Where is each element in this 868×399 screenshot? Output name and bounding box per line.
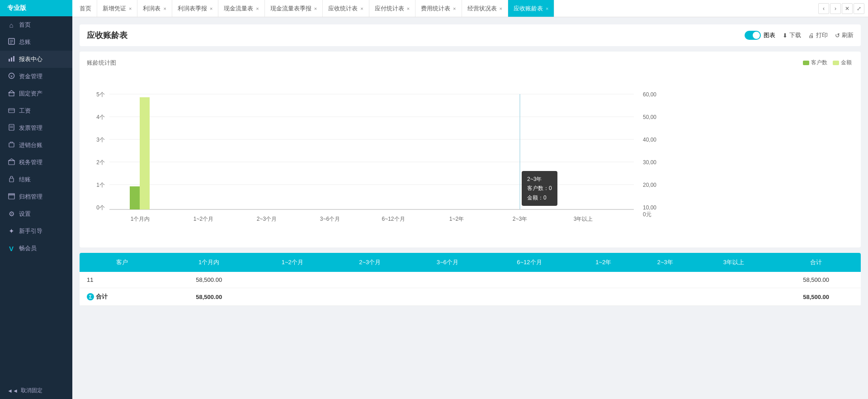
total-1month: 58,500.00 <box>164 288 254 306</box>
sidebar-item-settings[interactable]: ⚙ 设置 <box>0 205 72 223</box>
page-title: 应收账龄表 <box>87 30 745 41</box>
sidebar-item-label: 畅会员 <box>19 244 37 252</box>
unpin-label: 取消固定 <box>21 387 42 394</box>
tab-payable-stats[interactable]: 应付统计表 × <box>369 0 415 17</box>
tab-profit[interactable]: 利润表 × <box>137 0 172 17</box>
tab-close-icon[interactable]: × <box>163 6 166 11</box>
sidebar-item-ledger[interactable]: 总账 <box>0 33 72 51</box>
tab-home[interactable]: 首页 <box>74 0 97 17</box>
svg-marker-10 <box>9 90 14 93</box>
svg-rect-9 <box>9 93 14 96</box>
total-total: 58,500.00 <box>771 288 861 306</box>
svg-rect-11 <box>9 109 14 113</box>
tab-close-icon[interactable]: × <box>314 6 317 11</box>
legend-customer-label: 客户数 <box>811 59 827 66</box>
sidebar-item-invoice[interactable]: 发票管理 <box>0 119 72 137</box>
tab-close-icon[interactable]: × <box>453 6 456 11</box>
svg-rect-6 <box>13 56 14 62</box>
tab-profit-quarterly[interactable]: 利润表季报 × <box>172 0 218 17</box>
tab-close-icon[interactable]: × <box>407 6 410 11</box>
tab-label: 应收统计表 <box>328 5 358 13</box>
svg-text:5个: 5个 <box>96 91 105 98</box>
total-3to6 <box>409 288 486 306</box>
tab-close-all-button[interactable]: ✕ <box>842 3 853 14</box>
col-2to3month: 2~3个月 <box>331 253 409 272</box>
total-2to3 <box>331 288 409 306</box>
sidebar-item-tax[interactable]: 税务管理 <box>0 154 72 171</box>
tab-close-icon[interactable]: × <box>129 6 132 11</box>
sidebar-item-vip[interactable]: V 畅会员 <box>0 240 72 257</box>
print-button[interactable]: 🖨 打印 <box>808 31 828 39</box>
tab-receivable-stats[interactable]: 应收统计表 × <box>323 0 369 17</box>
download-button[interactable]: ⬇ 下载 <box>783 31 801 39</box>
svg-text:0个: 0个 <box>96 204 105 211</box>
asset-icon <box>7 90 15 98</box>
tab-label: 经营状况表 <box>467 5 497 13</box>
content-area: 应收账龄表 图表 ⬇ 下载 🖨 打印 ↺ 刷新 <box>72 17 868 399</box>
tab-close-icon[interactable]: × <box>546 6 548 11</box>
guide-icon: ✦ <box>7 227 15 235</box>
tab-prev-button[interactable]: ‹ <box>818 3 829 14</box>
sidebar-item-label: 归档管理 <box>19 193 42 201</box>
invoice-icon <box>7 124 15 132</box>
unpin-button[interactable]: ◄◄ 取消固定 <box>0 382 72 399</box>
refresh-label: 刷新 <box>842 31 854 39</box>
sidebar-item-archive[interactable]: 归档管理 <box>0 188 72 205</box>
svg-text:1个月内: 1个月内 <box>131 216 150 222</box>
salary-icon <box>7 107 15 115</box>
cell-1month: 58,500.00 <box>164 272 254 288</box>
sidebar-item-guide[interactable]: ✦ 新手引导 <box>0 223 72 240</box>
tab-expense-stats[interactable]: 费用统计表 × <box>415 0 462 17</box>
sidebar-item-report[interactable]: 报表中心 <box>0 51 72 68</box>
svg-rect-17 <box>9 161 14 165</box>
sidebar-item-label: 工资 <box>19 107 31 115</box>
stock-icon <box>7 141 15 149</box>
sidebar-item-fund[interactable]: ¥ 资金管理 <box>0 68 72 85</box>
tab-new-voucher[interactable]: 新增凭证 × <box>97 0 137 17</box>
tab-close-icon[interactable]: × <box>210 6 212 11</box>
sidebar-item-salary[interactable]: 工资 <box>0 102 72 119</box>
cell-1to2 <box>254 272 331 288</box>
cell-over3y <box>696 272 772 288</box>
legend-amount-color <box>833 61 839 65</box>
download-icon: ⬇ <box>783 32 788 39</box>
sidebar-item-label: 资金管理 <box>19 72 42 81</box>
svg-text:2~3年: 2~3年 <box>513 216 527 222</box>
bar-chart: 5个 4个 3个 2个 1个 0个 60,000.00元 50,000.00元 … <box>87 71 656 239</box>
tab-next-button[interactable]: › <box>830 3 841 14</box>
chart-toggle[interactable] <box>745 31 761 40</box>
unpin-icon: ◄◄ <box>7 388 18 394</box>
print-label: 打印 <box>816 31 828 39</box>
tab-receivable-aging[interactable]: 应收账龄表 × <box>508 0 554 17</box>
tab-close-icon[interactable]: × <box>256 6 259 11</box>
total-6to12 <box>486 288 572 306</box>
tab-cashflow-quarterly[interactable]: 现金流量表季报 × <box>265 0 323 17</box>
sidebar-item-asset[interactable]: 固定资产 <box>0 85 72 102</box>
legend-customer: 客户数 <box>803 59 827 66</box>
svg-rect-5 <box>11 57 12 62</box>
sidebar-item-stock[interactable]: 进销台账 <box>0 137 72 154</box>
chart-toggle-wrapper: 图表 <box>745 31 775 40</box>
refresh-button[interactable]: ↺ 刷新 <box>835 31 854 39</box>
sidebar-item-label: 报表中心 <box>19 55 42 63</box>
svg-text:60,000.00元: 60,000.00元 <box>643 91 656 98</box>
header-actions: 图表 ⬇ 下载 🖨 打印 ↺ 刷新 <box>745 31 854 40</box>
sidebar-item-label: 设置 <box>19 210 31 218</box>
tab-cashflow[interactable]: 现金流量表 × <box>218 0 264 17</box>
tab-operation-status[interactable]: 经营状况表 × <box>462 0 508 17</box>
total-label-cell: Σ 合计 <box>80 288 164 306</box>
download-label: 下载 <box>789 31 801 39</box>
tab-fullscreen-button[interactable]: ⤢ <box>854 3 864 14</box>
svg-text:1个: 1个 <box>96 182 105 188</box>
sidebar-item-home[interactable]: ⌂ 首页 <box>0 16 72 33</box>
sidebar-item-close-accounts[interactable]: 结账 <box>0 171 72 188</box>
tab-close-icon[interactable]: × <box>500 6 502 11</box>
svg-text:3~6个月: 3~6个月 <box>320 216 340 222</box>
tab-bar: 首页 新增凭证 × 利润表 × 利润表季报 × 现金流量表 × 现金流量表季报 … <box>72 0 868 17</box>
col-customer: 客户 <box>80 253 164 272</box>
tab-label: 费用统计表 <box>421 5 450 13</box>
tab-close-icon[interactable]: × <box>360 6 363 11</box>
col-over3year: 3年以上 <box>696 253 772 272</box>
page-header: 应收账龄表 图表 ⬇ 下载 🖨 打印 ↺ 刷新 <box>80 24 861 46</box>
tab-label: 现金流量表季报 <box>270 5 311 13</box>
